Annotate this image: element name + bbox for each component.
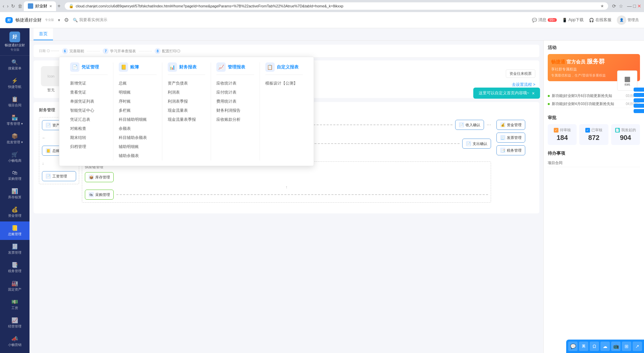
sidebar-item-small-marketing[interactable]: 📣 小畅营销	[0, 332, 30, 351]
menu-item-chronological[interactable]: 序时账	[119, 97, 156, 106]
menu-item-subject-aux[interactable]: 科目辅助明细账	[119, 115, 156, 124]
flow-box-expense-confirm[interactable]: 📄 支出确认	[462, 139, 491, 149]
new-tab-btn[interactable]: +	[57, 3, 60, 9]
tooltip-close-btn[interactable]: ×	[532, 91, 535, 96]
approval-card-pending[interactable]: ✓ 待审核 184	[548, 124, 577, 145]
sidebar-item-tax-mgmt[interactable]: 📑 税务管理	[0, 258, 30, 277]
message-btn[interactable]: 💬 消息 99+	[532, 17, 557, 23]
user-area[interactable]: 👤 管理员	[617, 15, 639, 25]
tax-mgmt-flow-label: 税务管理	[507, 148, 522, 153]
menu-item-receivable-stats[interactable]: 应收统计表	[216, 79, 254, 88]
quick-nav-home-settings[interactable]: 首页设置	[634, 88, 644, 92]
maximize-btn[interactable]: □	[633, 3, 636, 9]
sidebar-item-retail-mgmt[interactable]: 🏪 零售管理 ▾	[0, 111, 30, 130]
tax-btn[interactable]: 资金往来税票	[506, 69, 535, 78]
approval-card-initiated[interactable]: 📄 我发起的 904	[611, 124, 640, 145]
online-service-btn[interactable]: 🎧 在线客服	[589, 17, 611, 23]
sidebar-item-operations-mgmt[interactable]: 📈 经营管理	[0, 314, 30, 332]
tab-close-btn[interactable]: ✕	[49, 4, 52, 8]
menu-item-general-ledger[interactable]: 总账	[119, 79, 156, 88]
menu-item-expense-stats[interactable]: 费用统计表	[216, 97, 254, 106]
menu-item-payable-stats[interactable]: 应付统计表	[216, 88, 254, 97]
menu-item-new-voucher[interactable]: 新增凭证	[70, 79, 108, 88]
close-btn[interactable]: ✕	[637, 3, 641, 9]
quick-nav-service-community[interactable]: 服务社区	[634, 104, 644, 108]
payroll-flow-label: 工资管理	[52, 174, 67, 179]
bottom-translate-icon[interactable]: Ω	[590, 342, 599, 351]
topbar-search[interactable]: 🔍 我要看实例演示	[73, 17, 107, 23]
approval-card-reviewed[interactable]: ✓ 已审核 872	[579, 124, 608, 145]
sidebar-item-purchase-mgmt[interactable]: 🛍 采购管理	[0, 166, 30, 185]
sidebar-item-payroll[interactable]: 💵 工资	[0, 295, 30, 314]
forward-btn[interactable]: ›	[7, 3, 9, 9]
sidebar-item-fixed-assets[interactable]: 🏭 固定资产	[0, 277, 30, 295]
topbar-settings-icon[interactable]: ⚙	[64, 17, 69, 23]
menu-item-balance[interactable]: 余额表	[119, 124, 156, 133]
menu-item-subject-aux-balance[interactable]: 科目辅助余额表	[119, 133, 156, 142]
wholesale-mgmt-label: 批发管理 ▾	[2, 140, 28, 145]
menu-item-voucher-list[interactable]: 单据凭证列表	[70, 97, 108, 106]
menu-item-income-quarterly[interactable]: 利润表季报	[168, 97, 205, 106]
sidebar-item-inventory-calc[interactable]: 📊 库存核算	[0, 185, 30, 203]
menu-item-view-voucher[interactable]: 查看凭证	[70, 88, 108, 97]
bookmark-btn[interactable]: ☆	[619, 3, 623, 9]
quick-nav-customer-hotline[interactable]: 客服热线	[634, 98, 644, 102]
step-7[interactable]: 7 学习开单查报表	[103, 48, 136, 54]
flow-box-revenue-confirm[interactable]: 📄 收入确认	[455, 120, 484, 130]
sidebar-item-fund-mgmt[interactable]: 💰 资金管理	[0, 203, 30, 221]
flow-box-fund-mgmt[interactable]: 💰 资金管理	[496, 120, 525, 130]
menu-item-template-design[interactable]: 模板设计【公测】	[265, 79, 303, 88]
menu-item-aux-detail[interactable]: 辅助明细账	[119, 142, 156, 151]
menu-item-income-stmt[interactable]: 利润表	[168, 88, 205, 97]
flow-box-invoice-mgmt[interactable]: 🧾 发票管理	[496, 133, 525, 143]
quick-nav-desktop-shortcut[interactable]: 桌面快捷	[634, 109, 644, 113]
extensions-btn[interactable]: ⟳	[612, 3, 616, 9]
menu-item-cashflow[interactable]: 现金流量表	[168, 106, 205, 115]
flow-box-inventory[interactable]: 📦 库存管理	[85, 172, 114, 182]
menu-item-multi-column[interactable]: 多栏账	[119, 106, 156, 115]
menu-item-aux-balance[interactable]: 辅助余额表	[119, 151, 156, 160]
bottom-cloud-icon[interactable]: ☁	[600, 342, 610, 351]
minimize-btn[interactable]: —	[627, 3, 632, 9]
address-bar[interactable]: 🔒 cloud.chanjet.com/cc/u6d89qwnryel/57bf…	[65, 2, 608, 10]
sidebar-item-accounting-mgmt[interactable]: 📒 总账管理	[0, 221, 30, 240]
dropdown-arrow[interactable]: ▾	[58, 18, 60, 22]
bottom-cursor-icon[interactable]: ↗	[633, 342, 642, 351]
step-8[interactable]: 8 配置打印◎	[155, 48, 180, 54]
news-item-2[interactable]: 新功能|好业财4月03日功能更新抢先知 04月03日	[548, 100, 640, 108]
menu-item-profit-report[interactable]: 财务利润报告	[216, 106, 254, 115]
refresh-btn[interactable]: ↻	[11, 3, 15, 9]
bottom-chat-icon[interactable]: 💬	[568, 342, 578, 351]
menu-item-smart-voucher[interactable]: 智能凭证中心	[70, 106, 108, 115]
menu-item-reconciliation[interactable]: 对账检查	[70, 124, 108, 133]
pending-item-project-contract[interactable]: 项目合同	[548, 159, 640, 167]
sidebar-item-basic-info[interactable]: ℹ 基础信息	[0, 351, 30, 353]
sidebar-item-small-store[interactable]: 🛒 小畅电商	[0, 148, 30, 166]
tab-home[interactable]: 首页	[34, 28, 53, 40]
menu-item-period-end[interactable]: 期末结转	[70, 133, 108, 142]
sidebar-item-invoice-mgmt[interactable]: 🧾 发票管理	[0, 240, 30, 258]
flow-box-purchase[interactable]: 🛍 采购管理	[85, 190, 114, 200]
sidebar-item-search-menu[interactable]: 🔍 搜索菜单	[0, 56, 30, 74]
menu-item-detail-ledger[interactable]: 明细账	[119, 88, 156, 97]
back-btn[interactable]: ‹	[3, 3, 4, 9]
sidebar-item-project-contract[interactable]: 📋 项目合同	[0, 93, 30, 111]
flow-box-tax-mgmt[interactable]: 📑 税务管理	[496, 145, 525, 155]
app-download-btn[interactable]: 📱 App下载	[562, 17, 584, 23]
active-tab[interactable]: 好业财 ✕	[24, 1, 56, 11]
menu-item-receivable-analysis[interactable]: 应收账款分析	[216, 115, 254, 124]
menu-item-cashflow-quarterly[interactable]: 现金流量表季报	[168, 115, 205, 124]
news-item-1[interactable]: 新功能|好业财3月6日功能更新抢先知 03月06日	[548, 92, 640, 100]
menu-item-balance-sheet[interactable]: 资产负债表	[168, 79, 205, 88]
sidebar-item-wholesale-mgmt[interactable]: 📦 批发管理 ▾	[0, 130, 30, 148]
bottom-monitor-icon[interactable]: 📺	[611, 342, 621, 351]
bottom-en-icon[interactable]: 英	[579, 342, 588, 351]
menu-item-archive[interactable]: 归档管理	[70, 142, 108, 151]
sidebar-item-shortcut-nav[interactable]: ⚡ 快捷导航	[0, 74, 30, 93]
delete-btn[interactable]: 🗑	[18, 3, 22, 9]
menu-item-voucher-summary[interactable]: 凭证汇总表	[70, 115, 108, 124]
bottom-grid-icon[interactable]: ⊞	[622, 342, 631, 351]
flow-box-payroll[interactable]: 📄 工资管理	[42, 171, 76, 181]
quick-nav-help-center[interactable]: 帮助中心	[634, 93, 644, 97]
step-6[interactable]: 6 完善期初	[62, 48, 84, 54]
